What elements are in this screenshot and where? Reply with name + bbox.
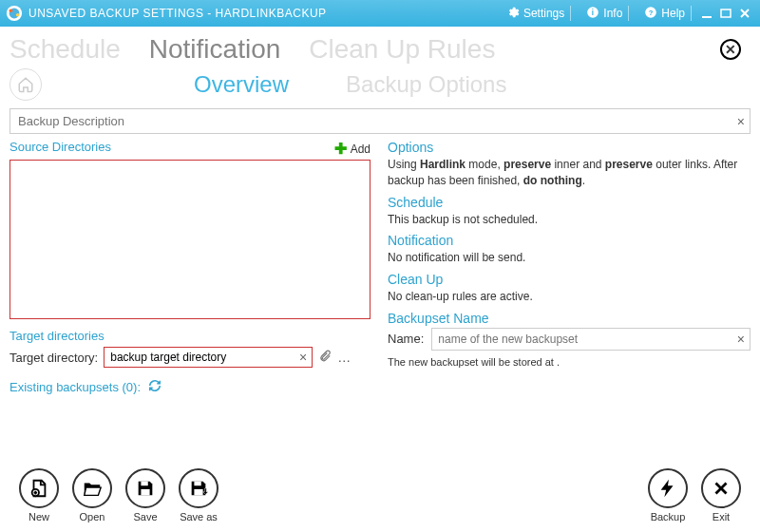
svg-text:?: ? — [649, 8, 654, 16]
info-link[interactable]: i Info — [586, 6, 622, 22]
settings-link[interactable]: Settings — [506, 6, 564, 22]
tab-backup-options[interactable]: Backup Options — [346, 71, 506, 98]
backupset-name-input[interactable] — [431, 328, 750, 351]
name-label: Name: — [388, 332, 424, 346]
clear-target-button[interactable]: × — [299, 350, 307, 365]
window-title: UNSAVED BACKUP SETTINGS - HARDLINKBACKUP — [28, 7, 327, 20]
description-input[interactable] — [10, 108, 750, 134]
help-link[interactable]: ? Help — [644, 6, 685, 22]
svg-rect-15 — [194, 482, 200, 486]
new-file-icon — [28, 478, 49, 499]
lightning-icon — [657, 478, 678, 499]
new-button[interactable]: New — [19, 468, 59, 522]
schedule-header: Schedule — [388, 195, 750, 210]
options-header: Options — [388, 140, 750, 155]
close-icon — [711, 478, 732, 499]
svg-rect-13 — [141, 482, 147, 486]
save-as-icon — [188, 478, 209, 499]
add-source-button[interactable]: ✚ Add — [334, 140, 370, 158]
primary-tabs: Schedule Notification Clean Up Rules ✕ — [0, 27, 760, 65]
save-button[interactable]: Save — [125, 468, 165, 522]
home-button[interactable] — [10, 68, 42, 101]
target-directories-label: Target directories — [10, 329, 370, 343]
close-window-button[interactable] — [735, 6, 754, 21]
tab-notification[interactable]: Notification — [149, 34, 281, 65]
saveas-button[interactable]: Save as — [179, 468, 218, 522]
attach-icon[interactable] — [318, 349, 332, 367]
source-directories-list[interactable] — [10, 160, 370, 319]
svg-rect-16 — [194, 489, 202, 495]
help-icon: ? — [644, 6, 657, 22]
target-directory-label: Target directory: — [10, 351, 98, 365]
tab-schedule[interactable]: Schedule — [10, 34, 121, 65]
info-icon: i — [586, 6, 599, 22]
tab-overview[interactable]: Overview — [194, 71, 289, 98]
footer-toolbar: New Open Save Save as Backup Exit — [0, 468, 760, 522]
backupset-name-header: Backupset Name — [388, 311, 750, 326]
notification-header: Notification — [388, 233, 750, 248]
backup-button[interactable]: Backup — [648, 468, 688, 522]
existing-backupsets-label: Existing backupsets (0): — [10, 380, 141, 394]
options-text: Using Hardlink mode, preserve inner and … — [388, 157, 750, 189]
secondary-tabs: Overview Backup Options — [194, 71, 506, 98]
close-panel-button[interactable]: ✕ — [720, 39, 741, 60]
notification-text: No notification will be send. — [388, 250, 750, 266]
clear-description-button[interactable]: × — [737, 114, 745, 129]
svg-point-2 — [10, 10, 13, 13]
plus-icon: ✚ — [334, 140, 347, 158]
exit-button[interactable]: Exit — [701, 468, 741, 522]
title-bar: UNSAVED BACKUP SETTINGS - HARDLINKBACKUP… — [0, 0, 760, 27]
gear-icon — [506, 6, 520, 22]
folder-open-icon — [82, 478, 103, 499]
clear-name-button[interactable]: × — [737, 332, 745, 347]
save-icon — [135, 478, 156, 499]
svg-text:i: i — [592, 8, 594, 16]
app-icon — [6, 5, 23, 22]
cleanup-header: Clean Up — [388, 272, 750, 287]
source-directories-label: Source Directories — [10, 140, 111, 154]
schedule-text: This backup is not scheduled. — [388, 212, 750, 228]
svg-rect-9 — [721, 10, 731, 17]
browse-button[interactable]: … — [337, 350, 351, 365]
maximize-button[interactable] — [716, 6, 735, 21]
home-icon — [17, 76, 34, 93]
tab-cleanup[interactable]: Clean Up Rules — [309, 34, 495, 65]
open-button[interactable]: Open — [72, 468, 112, 522]
stored-at-message: The new backupset will be stored at . — [388, 356, 750, 368]
minimize-button[interactable] — [697, 6, 716, 21]
cleanup-text: No clean-up rules are active. — [388, 289, 750, 305]
svg-rect-14 — [141, 489, 149, 495]
svg-point-3 — [16, 13, 20, 17]
refresh-icon[interactable] — [148, 379, 162, 395]
target-directory-input[interactable] — [104, 347, 313, 368]
